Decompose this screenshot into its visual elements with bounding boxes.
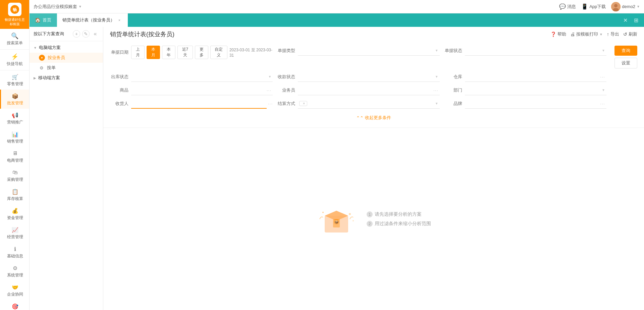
consignee-dots-icon[interactable]: ···: [268, 101, 273, 106]
tree-item-by-salesperson[interactable]: ● 按业务员: [30, 53, 103, 63]
dept-select[interactable]: ▼: [465, 85, 606, 95]
date-btn-last7[interactable]: 近7天: [177, 46, 193, 59]
app-download-btn[interactable]: 📱 App下载: [581, 3, 606, 10]
operation-icon: 📈: [11, 226, 19, 234]
salesperson-label: 业务员: [277, 87, 295, 93]
empty-text: 1 请先选择要分析的方案 2 用过滤条件来缩小分析范围: [367, 211, 431, 227]
dept-arrow: ▼: [602, 88, 605, 92]
tree-item-mobile[interactable]: ▶ 移动端方案: [30, 73, 103, 83]
tab-expand-btn[interactable]: ⊞: [632, 16, 640, 24]
sidebar-item-finance[interactable]: 💰 资金管理: [0, 204, 29, 223]
left-panel-icons: + ✎ «: [73, 30, 99, 38]
doc-status-select[interactable]: ▼: [465, 46, 606, 56]
purchase-icon: 🛍: [11, 169, 19, 176]
date-btn-last-month[interactable]: 上月: [131, 46, 145, 59]
sidebar-item-wholesale[interactable]: 📦 批发管理: [0, 90, 29, 109]
sidebar-search-btn[interactable]: 🔍 搜索菜单: [0, 29, 29, 50]
sidebar-item-retail[interactable]: 🛒 零售管理: [0, 70, 29, 90]
page-title: 销货单统计表(按业务员): [110, 30, 174, 38]
sidebar-item-marketing[interactable]: 📢 营销推广: [0, 109, 29, 128]
receipt-status-select[interactable]: ▼: [298, 72, 439, 82]
date-btn-more[interactable]: 更多: [195, 46, 208, 59]
tree-item-desktop[interactable]: ▼ 电脑端方案: [30, 43, 103, 53]
warehouse-dots-icon[interactable]: ···: [600, 74, 605, 80]
export-icon: ↑: [607, 32, 609, 37]
sidebar-quick-nav[interactable]: ⚡ 快捷导航: [0, 50, 29, 70]
main-area: 办公用品行业模拟账套 ▼ 💬 消息 📱 App下载: [30, 0, 644, 310]
tab-home[interactable]: 🏠 首页: [30, 13, 57, 27]
sidebar-item-sales[interactable]: 📊 销售管理: [0, 128, 29, 147]
tab-close-icon[interactable]: ×: [117, 17, 122, 23]
account-dropdown[interactable]: 办公用品行业模拟账套 ▼: [34, 4, 82, 10]
tree-item-by-order[interactable]: ⚙ 按单: [30, 63, 103, 73]
tab-report[interactable]: 销货单统计表（按业务员） ×: [57, 13, 128, 27]
collapse-panel-btn[interactable]: «: [92, 30, 99, 38]
sidebar-nav-label: 快捷导航: [7, 61, 23, 67]
sidebar-item-purchase[interactable]: 🛍 采购管理: [0, 166, 29, 185]
collapse-filter-label: 收起更多条件: [365, 115, 391, 121]
date-label: 单据日期: [110, 49, 128, 55]
salesperson-select[interactable]: ···: [298, 85, 439, 95]
sidebar-item-system[interactable]: ⚙ 系统管理: [0, 262, 29, 281]
brand-select[interactable]: ···: [465, 99, 606, 109]
help-btn[interactable]: ❓ 帮助: [550, 31, 566, 37]
sidebar-logo[interactable]: 畅 畅捷通好生意 标账版: [0, 0, 29, 29]
sidebar-item-inventory[interactable]: 📋 库存核算: [0, 185, 29, 204]
doc-status-label: 单据状态: [444, 48, 462, 54]
reset-button[interactable]: 设置: [614, 58, 637, 68]
print-btn[interactable]: 🖨 按模板打印 ▼: [570, 31, 603, 37]
sidebar-item-enterprise[interactable]: 🤝 企业协同: [0, 281, 29, 300]
page-header-section: 销货单统计表(按业务员) ❓ 帮助 🖨 按模板打印 ▼ ↑ 导出: [103, 27, 644, 42]
brand-label: 品牌: [444, 101, 462, 107]
add-scheme-btn[interactable]: +: [73, 30, 80, 38]
sidebar-item-newbie[interactable]: 🎯 新手引导: [0, 300, 29, 310]
refresh-icon: ↺: [623, 32, 627, 37]
doc-type-select[interactable]: ▼: [298, 46, 439, 56]
tab-report-label: 销货单统计表（按业务员）: [62, 17, 115, 23]
ecommerce-icon: 🖥: [11, 150, 19, 157]
settlement-tag-close[interactable]: ×: [303, 102, 305, 105]
settlement-arrow: ▼: [435, 102, 438, 105]
doc-type-arrow: ▼: [435, 49, 438, 52]
sidebar-item-operation-label: 经营管理: [7, 234, 23, 240]
date-btn-this-year[interactable]: 本年: [162, 46, 175, 59]
message-btn[interactable]: 💬 消息: [559, 3, 576, 10]
sidebar-item-basic[interactable]: ℹ 基础信息: [0, 243, 29, 262]
edit-scheme-btn[interactable]: ✎: [82, 30, 90, 38]
sidebar-item-ecommerce[interactable]: 🖥 电商管理: [0, 147, 29, 166]
refresh-btn[interactable]: ↺ 刷新: [623, 31, 637, 37]
out-status-select[interactable]: ▼: [131, 72, 273, 82]
tree-arrow-mobile: ▶: [34, 76, 36, 80]
sidebar-item-wholesale-label: 批发管理: [7, 100, 23, 106]
export-btn[interactable]: ↑ 导出: [607, 31, 619, 37]
settlement-select[interactable]: × ▼: [298, 99, 439, 109]
collapse-filter-btn[interactable]: ⌃⌃ 收起更多条件: [110, 112, 637, 123]
date-btn-this-month[interactable]: 本月: [147, 46, 160, 59]
user-profile-btn[interactable]: demo2 ▼: [611, 2, 640, 11]
page-actions: ❓ 帮助 🖨 按模板打印 ▼ ↑ 导出 ↺ 刷新: [550, 31, 637, 37]
salesperson-dots-icon[interactable]: ···: [433, 88, 438, 93]
step2-text: 用过滤条件来缩小分析范围: [375, 221, 431, 227]
tree-section: ▼ 电脑端方案 ● 按业务员 ⚙ 按单 ▶ 移动端方案: [30, 41, 103, 84]
avatar: [611, 2, 621, 11]
left-panel: 按以下方案查询 + ✎ « ▼ 电脑端方案 ● 按业务员: [30, 27, 103, 310]
step1-num: 1: [367, 211, 373, 217]
topbar: 办公用品行业模拟账套 ▼ 💬 消息 📱 App下载: [30, 0, 644, 13]
date-btn-custom[interactable]: 自定义: [210, 46, 227, 59]
warehouse-select[interactable]: ···: [465, 72, 606, 82]
left-panel-header: 按以下方案查询 + ✎ «: [30, 27, 103, 41]
tabbar-actions: ✕ ⊞: [621, 16, 644, 24]
goods-select[interactable]: ···: [131, 85, 273, 95]
query-button[interactable]: 查询: [614, 46, 637, 56]
sidebar-item-enterprise-label: 企业协同: [7, 292, 23, 297]
filter-area: 单据日期 上月 本月 本年 近7天 更多 自定义 2023-03-01 至 20…: [103, 42, 644, 128]
goods-dots-icon[interactable]: ···: [267, 88, 272, 93]
tree-label-desktop: 电脑端方案: [39, 45, 61, 51]
consignee-input[interactable]: [131, 99, 267, 109]
tab-close-btn[interactable]: ✕: [621, 16, 629, 24]
sidebar-item-operation[interactable]: 📈 经营管理: [0, 223, 29, 243]
enterprise-icon: 🤝: [11, 283, 19, 291]
collapse-up-icon: ⌃⌃: [356, 115, 364, 120]
brand-dots-icon[interactable]: ···: [600, 101, 605, 106]
receipt-status-arrow: ▼: [435, 75, 438, 79]
